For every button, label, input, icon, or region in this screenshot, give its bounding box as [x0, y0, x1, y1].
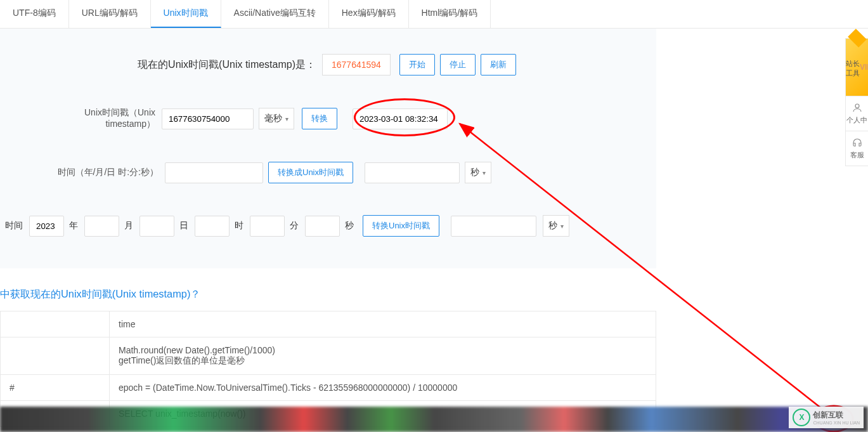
- components-unit-label: 秒: [548, 220, 557, 232]
- timestamp-to-date-row: Unix时间戳（Unix timestamp） 毫秒 ▾ 转换: [0, 101, 656, 136]
- now-timestamp: 1677641594: [322, 54, 391, 75]
- hour-input[interactable]: [195, 216, 230, 237]
- caret-down-icon: ▾: [285, 115, 288, 122]
- caret-down-icon: ▾: [560, 223, 564, 230]
- components-result[interactable]: [451, 216, 536, 237]
- tab-unix[interactable]: Unix时间戳: [151, 0, 221, 28]
- tabs-bar: UTF-8编码 URL编码/解码 Unix时间戳 Ascii/Native编码互…: [0, 0, 868, 29]
- dt-unit-select[interactable]: 秒 ▾: [465, 162, 491, 183]
- refresh-button[interactable]: 刷新: [481, 54, 516, 75]
- logo-text: 创新互联: [813, 410, 860, 421]
- table-cell-code: time: [110, 311, 656, 337]
- brand-logo[interactable]: X 创新互联 CHUANG XIN HU LIAN: [789, 407, 864, 427]
- tab-ascii[interactable]: Ascii/Native编码互转: [221, 0, 329, 28]
- code-line: Math.round(new Date().getTime()/1000): [119, 345, 647, 355]
- table-cell-lang: #: [1, 375, 110, 401]
- headset-icon: [852, 137, 863, 148]
- timestamp-input[interactable]: [162, 108, 254, 129]
- vip-badge[interactable]: VIP 站长工具: [846, 39, 868, 96]
- dt-label: 时间（年/月/日 时:分:秒）: [57, 167, 165, 178]
- datetime-input[interactable]: [165, 162, 263, 183]
- month-unit: 月: [124, 220, 133, 232]
- logo-sub: CHUANG XIN HU LIAN: [813, 421, 860, 425]
- ts-result[interactable]: [365, 162, 460, 183]
- table-cell-lang: [1, 337, 110, 375]
- tab-url[interactable]: URL编码/解码: [69, 0, 151, 28]
- ts-unit-label: 毫秒: [264, 113, 282, 124]
- caret-down-icon: ▾: [483, 169, 486, 176]
- stop-button[interactable]: 停止: [440, 54, 476, 75]
- table-row: Math.round(new Date().getTime()/1000) ge…: [1, 337, 656, 375]
- now-row: 现在的Unix时间戳(Unix timestamp)是： 1677641594 …: [0, 48, 656, 82]
- user-center-button[interactable]: 个人中: [846, 96, 868, 131]
- code-line: getTime()返回数值的单位是毫秒: [119, 355, 647, 367]
- sec-input[interactable]: [305, 216, 340, 237]
- logo-icon: X: [793, 409, 810, 426]
- date-to-timestamp-row: 时间（年/月/日 时:分:秒） 转换成Unix时间戳 秒 ▾: [0, 155, 656, 190]
- table-cell-lang: [1, 311, 110, 337]
- tab-hex[interactable]: Hex编码/解码: [329, 0, 409, 28]
- year-unit: 年: [69, 220, 78, 232]
- ts-label: Unix时间戳（Unix timestamp）: [35, 107, 162, 130]
- year-input[interactable]: [29, 216, 64, 237]
- hour-unit: 时: [235, 220, 243, 232]
- min-unit: 分: [290, 220, 299, 232]
- table-row: time: [1, 311, 656, 337]
- convert-dt-button[interactable]: 转换成Unix时间戳: [268, 162, 353, 183]
- table-cell-code: Math.round(new Date().getTime()/1000) ge…: [110, 337, 656, 375]
- tab-utf8[interactable]: UTF-8编码: [0, 0, 69, 28]
- side-panel: VIP 站长工具 个人中 客服: [845, 38, 868, 166]
- time-label: 时间: [5, 220, 23, 232]
- now-label: 现在的Unix时间戳(Unix timestamp)是：: [138, 58, 316, 72]
- convert-components-button[interactable]: 转换Unix时间戳: [363, 215, 439, 237]
- qa-title[interactable]: 中获取现在的Unix时间戳(Unix timestamp)？: [0, 287, 868, 301]
- table-cell-code: epoch = (DateTime.Now.ToUniversalTime().…: [110, 375, 656, 401]
- convert-ts-button[interactable]: 转换: [302, 108, 337, 129]
- content-area: 现在的Unix时间戳(Unix timestamp)是： 1677641594 …: [0, 29, 656, 268]
- tab-html[interactable]: Html编码/解码: [409, 0, 491, 28]
- start-button[interactable]: 开始: [399, 54, 435, 75]
- table-row: # epoch = (DateTime.Now.ToUniversalTime(…: [1, 375, 656, 401]
- components-unit-select[interactable]: 秒 ▾: [543, 215, 569, 237]
- customer-service-button[interactable]: 客服: [846, 131, 868, 166]
- dt-unit-label: 秒: [470, 167, 479, 178]
- min-input[interactable]: [250, 216, 285, 237]
- day-unit: 日: [179, 220, 188, 232]
- month-input[interactable]: [84, 216, 119, 237]
- sec-unit: 秒: [345, 220, 354, 232]
- components-row: 时间 年 月 日 时 分 秒 转换Unix时间戳 秒 ▾: [0, 209, 656, 243]
- taskbar[interactable]: [0, 407, 868, 427]
- date-result[interactable]: [353, 108, 448, 129]
- side-label: 个人中: [846, 115, 867, 125]
- side-label: 客服: [850, 150, 864, 160]
- day-input[interactable]: [139, 216, 174, 237]
- ts-unit-select[interactable]: 毫秒 ▾: [259, 108, 294, 129]
- user-icon: [852, 102, 863, 114]
- svg-point-3: [855, 104, 859, 108]
